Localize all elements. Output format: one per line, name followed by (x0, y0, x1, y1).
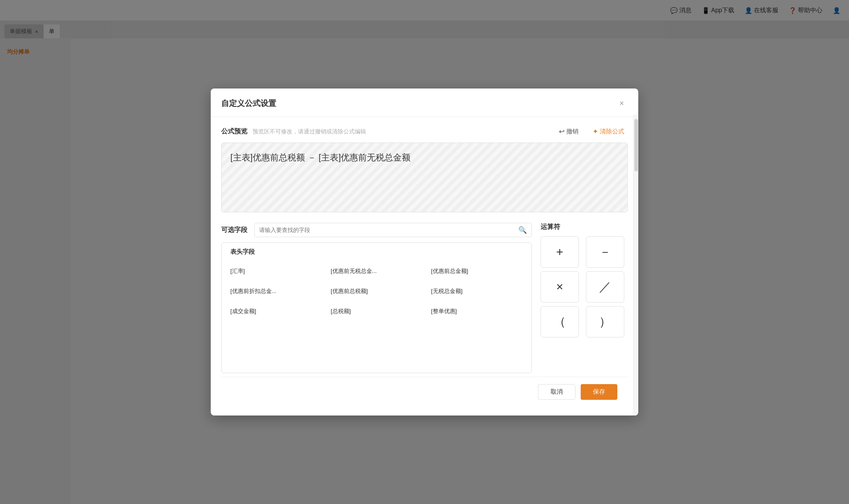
close-button[interactable]: × (616, 97, 628, 109)
operator-add-button[interactable]: + (541, 236, 579, 268)
operators-panel: 运算符 + － × ／ （ ） (541, 223, 628, 337)
scroll-thumb (634, 119, 638, 171)
field-item-discount[interactable]: [整单优惠] (428, 303, 526, 320)
field-item-pretax-notax[interactable]: [优惠前无税总金... (327, 263, 426, 279)
dialog-body: 公式预览 预览区不可修改，请通过撤销或清除公式编辑 ↩ 撤销 ✦ 清除公式 [主… (211, 117, 638, 415)
field-item-pretax-total[interactable]: [优惠前总金额] (428, 263, 526, 279)
field-item-total-tax[interactable]: [总税额] (327, 303, 426, 320)
fields-search-input[interactable] (259, 227, 515, 233)
dialog-header: 自定义公式设置 × (211, 89, 638, 117)
modal-overlay: 自定义公式设置 × 公式预览 预览区不可修改，请通过撤销或清除公式编辑 ↩ 撤销… (0, 0, 849, 504)
operators-grid: + － × ／ （ ） (541, 236, 628, 337)
fields-list: 表头字段 [汇率] [优惠前无税总金... [优惠前总金额] [优惠前折扣总金.… (221, 242, 532, 373)
undo-button[interactable]: ↩ 撤销 (555, 126, 582, 137)
formula-section-label: 公式预览 (221, 127, 247, 136)
fields-search-box[interactable]: 🔍 (254, 223, 532, 237)
field-item-exchange-rate[interactable]: [汇率] (227, 263, 325, 279)
fields-grid: [汇率] [优惠前无税总金... [优惠前总金额] [优惠前折扣总金... [优… (227, 263, 526, 320)
dialog-title: 自定义公式设置 (221, 98, 276, 109)
clear-formula-button[interactable]: ✦ 清除公式 (589, 126, 628, 137)
fields-title: 可选字段 (221, 226, 247, 234)
operator-divide-button[interactable]: ／ (586, 271, 624, 303)
undo-icon: ↩ (559, 127, 565, 136)
field-item-pretax-discount[interactable]: [优惠前折扣总金... (227, 283, 325, 300)
operator-right-paren-button[interactable]: ） (586, 306, 624, 337)
dialog-footer: 取消 保存 (221, 377, 628, 407)
formula-section-header: 公式预览 预览区不可修改，请通过撤销或清除公式编辑 ↩ 撤销 ✦ 清除公式 (221, 126, 628, 137)
cancel-button[interactable]: 取消 (538, 384, 575, 400)
search-icon: 🔍 (518, 226, 527, 234)
fields-operators-row: 可选字段 🔍 表头字段 [汇率] [优惠前无税总金... [优惠前总金额] [优 (221, 223, 628, 373)
formula-dialog: 自定义公式设置 × 公式预览 预览区不可修改，请通过撤销或清除公式编辑 ↩ 撤销… (211, 89, 638, 415)
operators-title: 运算符 (541, 223, 628, 231)
dialog-scrollbar[interactable] (633, 115, 638, 415)
clear-label: 清除公式 (600, 128, 624, 136)
operator-subtract-button[interactable]: － (586, 236, 624, 268)
clear-icon: ✦ (592, 127, 598, 136)
formula-section-hint: 预览区不可修改，请通过撤销或清除公式编辑 (253, 128, 366, 136)
field-item-transaction[interactable]: [成交金额] (227, 303, 325, 320)
save-button[interactable]: 保存 (581, 384, 617, 400)
fields-group-title: 表头字段 (227, 248, 526, 256)
formula-content: [主表]优惠前总税额 － [主表]优惠前无税总金额 (230, 152, 619, 163)
field-item-notax-total[interactable]: [无税总金额] (428, 283, 526, 300)
formula-actions: ↩ 撤销 ✦ 清除公式 (555, 126, 628, 137)
field-item-pretax-tax[interactable]: [优惠前总税额] (327, 283, 426, 300)
operator-multiply-button[interactable]: × (541, 271, 579, 303)
operator-left-paren-button[interactable]: （ (541, 306, 579, 337)
undo-label: 撤销 (566, 128, 579, 136)
fields-header: 可选字段 🔍 (221, 223, 532, 237)
fields-panel: 可选字段 🔍 表头字段 [汇率] [优惠前无税总金... [优惠前总金额] [优 (221, 223, 532, 373)
formula-preview-box: [主表]优惠前总税额 － [主表]优惠前无税总金额 (221, 143, 628, 212)
